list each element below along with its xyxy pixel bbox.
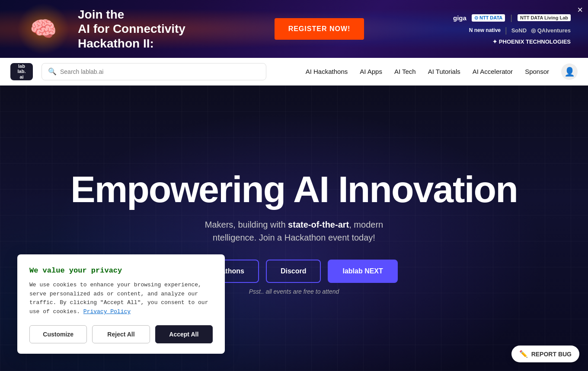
sponsor-logos-top: giga ⊙ NTT DATA | NTT DATA Living Lab xyxy=(453,13,571,22)
nav-link-accelerator[interactable]: AI Accelerator xyxy=(473,68,513,75)
hero-discord-button[interactable]: Discord xyxy=(266,260,321,283)
hero-title: Empowering AI Innovation xyxy=(70,171,517,208)
sponsor-sep2: | xyxy=(505,26,507,35)
hero-subtitle: Makers, building with state-of-the-art, … xyxy=(143,218,445,244)
bug-icon: ✏️ xyxy=(519,350,528,358)
search-icon: 🔍 xyxy=(48,67,57,76)
nav-link-sponsor[interactable]: Sponsor xyxy=(525,68,549,75)
sponsor-logos-bottom: ✦ PHOENIX TECHNOLOGIES xyxy=(492,38,571,45)
sponsor-phoenix: ✦ PHOENIX TECHNOLOGIES xyxy=(492,38,571,45)
report-bug-button[interactable]: ✏️ REPORT BUG xyxy=(511,346,579,362)
cookie-accept-button[interactable]: Accept All xyxy=(155,325,213,343)
search-box: 🔍 xyxy=(42,63,266,80)
hero-subtitle-middle: , modern xyxy=(349,220,383,229)
nav-link-tech[interactable]: AI Tech xyxy=(394,68,416,75)
nav-links: AI Hackathons AI Apps AI Tech AI Tutoria… xyxy=(306,63,578,80)
banner-center: REGISTER NOW! xyxy=(275,18,364,40)
sponsor-ntt-living: NTT DATA Living Lab xyxy=(518,14,571,21)
search-input[interactable] xyxy=(60,68,260,75)
banner-right: giga ⊙ NTT DATA | NTT DATA Living Lab N … xyxy=(453,13,571,45)
cookie-privacy-link[interactable]: Privacy Policy xyxy=(83,308,131,315)
sponsor-sep1: | xyxy=(510,13,512,22)
sponsor-new-native: N new native xyxy=(469,27,501,33)
navbar: lablab.ai 🔍 AI Hackathons AI Apps AI Tec… xyxy=(0,58,588,86)
cookie-body: We use cookies to enhance your browsing … xyxy=(29,281,213,317)
nav-link-apps[interactable]: AI Apps xyxy=(360,68,382,75)
hero-lablab-next-button[interactable]: lablab NEXT xyxy=(328,260,397,283)
sponsor-qai: ◎ QAIventures xyxy=(531,27,571,34)
sponsor-giga: giga xyxy=(453,14,467,22)
cookie-title: We value your privacy xyxy=(29,266,213,275)
banner-left: 🧠 Join the AI for Connectivity Hackathon… xyxy=(17,3,185,55)
nav-link-tutorials[interactable]: AI Tutorials xyxy=(428,68,460,75)
cookie-banner: We value your privacy We use cookies to … xyxy=(17,254,225,354)
sponsor-logos-middle: N new native | SoND ◎ QAIventures xyxy=(469,26,571,35)
sponsor-ntt: ⊙ NTT DATA xyxy=(472,14,505,22)
cookie-reject-button[interactable]: Reject All xyxy=(92,325,150,343)
cookie-customize-button[interactable]: Customize xyxy=(29,325,87,343)
nav-user-avatar[interactable]: 👤 xyxy=(561,63,578,80)
sponsor-sond: SoND xyxy=(511,27,527,34)
nav-link-hackathons[interactable]: AI Hackathons xyxy=(306,68,348,75)
logo[interactable]: lablab.ai xyxy=(10,63,33,80)
banner: 🧠 Join the AI for Connectivity Hackathon… xyxy=(0,0,588,58)
report-bug-label: REPORT BUG xyxy=(531,351,572,358)
banner-title: Join the AI for Connectivity Hackathon I… xyxy=(78,7,185,51)
hero-subtitle-bold: state-of-the-art xyxy=(288,220,349,229)
cookie-buttons: Customize Reject All Accept All xyxy=(29,325,213,343)
hero-subtitle-line2: ntelligence. Join a Hackathon event toda… xyxy=(213,233,375,242)
banner-cta-button[interactable]: REGISTER NOW! xyxy=(275,18,364,40)
hero-subtitle-prefix: Makers, building with xyxy=(205,220,288,229)
banner-figure: 🧠 xyxy=(17,3,69,55)
banner-close-button[interactable]: × xyxy=(577,5,583,15)
banner-figure-image: 🧠 xyxy=(17,3,69,55)
